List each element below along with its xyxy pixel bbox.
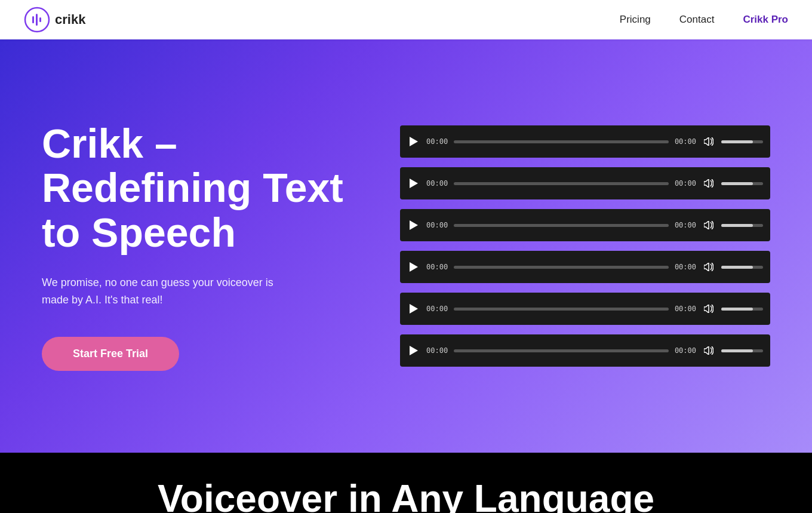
end-time-6: 00:00 — [675, 346, 696, 355]
progress-bar-5[interactable] — [454, 308, 669, 311]
end-time-1: 00:00 — [675, 137, 696, 146]
play-button-6[interactable] — [407, 344, 420, 357]
audio-player-5: 00:00 00:00 — [400, 293, 770, 325]
end-time-5: 00:00 — [675, 305, 696, 313]
progress-bar-1[interactable] — [454, 140, 669, 143]
navbar: crikk Pricing Contact Crikk Pro — [0, 0, 812, 39]
start-time-3: 00:00 — [426, 221, 448, 229]
svg-rect-1 — [32, 16, 34, 23]
hero-section: Crikk – Redefining Text to Speech We pro… — [0, 39, 812, 453]
svg-marker-5 — [410, 179, 418, 188]
start-time-2: 00:00 — [426, 179, 448, 188]
audio-player-1: 00:00 00:00 — [400, 125, 770, 158]
svg-marker-9 — [410, 346, 418, 355]
play-button-5[interactable] — [407, 302, 420, 315]
svg-rect-2 — [36, 14, 38, 26]
start-time-6: 00:00 — [426, 346, 448, 355]
bottom-title: Voiceover in Any Language — [158, 477, 654, 513]
play-button-2[interactable] — [407, 177, 420, 190]
logo-icon — [24, 7, 50, 33]
volume-bar-5[interactable] — [721, 308, 763, 311]
end-time-3: 00:00 — [675, 221, 696, 229]
start-time-4: 00:00 — [426, 263, 448, 271]
play-button-4[interactable] — [407, 260, 420, 274]
mute-button-5[interactable] — [702, 302, 715, 315]
progress-bar-4[interactable] — [454, 266, 669, 269]
nav-contact[interactable]: Contact — [679, 14, 715, 25]
progress-bar-3[interactable] — [454, 224, 669, 227]
audio-players-container: 00:00 00:00 00:00 00:00 — [400, 125, 770, 367]
play-button-1[interactable] — [407, 135, 420, 148]
bottom-section: Voiceover in Any Language — [0, 453, 812, 513]
volume-bar-1[interactable] — [721, 140, 763, 143]
mute-button-4[interactable] — [702, 260, 715, 274]
start-time-1: 00:00 — [426, 137, 448, 146]
volume-bar-3[interactable] — [721, 224, 763, 227]
play-button-3[interactable] — [407, 219, 420, 232]
svg-marker-6 — [410, 220, 418, 230]
mute-button-6[interactable] — [702, 344, 715, 357]
svg-marker-4 — [410, 137, 418, 146]
nav-pricing[interactable]: Pricing — [620, 14, 651, 25]
audio-player-3: 00:00 00:00 — [400, 209, 770, 241]
svg-marker-7 — [410, 262, 418, 272]
volume-bar-2[interactable] — [721, 182, 763, 185]
svg-rect-3 — [39, 17, 41, 22]
nav-links: Pricing Contact Crikk Pro — [620, 14, 788, 26]
mute-button-3[interactable] — [702, 219, 715, 232]
progress-bar-2[interactable] — [454, 182, 669, 185]
hero-title: Crikk – Redefining Text to Speech — [42, 121, 376, 255]
svg-marker-8 — [410, 304, 418, 314]
start-time-5: 00:00 — [426, 305, 448, 313]
audio-player-4: 00:00 00:00 — [400, 251, 770, 283]
end-time-4: 00:00 — [675, 263, 696, 271]
end-time-2: 00:00 — [675, 179, 696, 188]
audio-player-6: 00:00 00:00 — [400, 334, 770, 367]
mute-button-2[interactable] — [702, 177, 715, 190]
volume-bar-4[interactable] — [721, 266, 763, 269]
hero-left: Crikk – Redefining Text to Speech We pro… — [42, 121, 376, 371]
start-free-trial-button[interactable]: Start Free Trial — [42, 337, 179, 371]
logo-text: crikk — [55, 12, 85, 27]
nav-crikk-pro[interactable]: Crikk Pro — [743, 14, 788, 25]
mute-button-1[interactable] — [702, 135, 715, 148]
progress-bar-6[interactable] — [454, 349, 669, 352]
logo-link[interactable]: crikk — [24, 7, 85, 33]
hero-subtitle: We promise, no one can guess your voiceo… — [42, 274, 281, 309]
volume-bar-6[interactable] — [721, 349, 763, 352]
audio-player-2: 00:00 00:00 — [400, 167, 770, 199]
